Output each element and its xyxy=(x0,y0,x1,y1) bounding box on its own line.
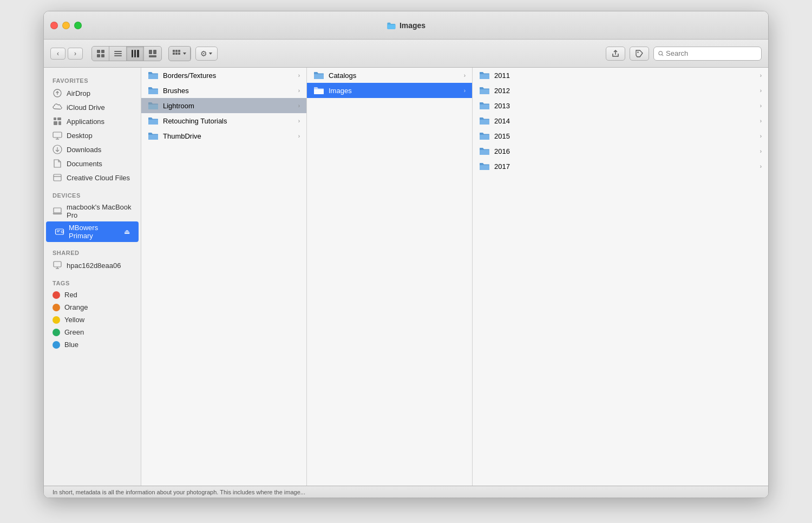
list-item[interactable]: Retouching Tutorials › xyxy=(141,113,306,128)
folder-icon xyxy=(479,71,490,80)
chevron-icon: › xyxy=(760,88,762,94)
cover-flow-button[interactable] xyxy=(144,47,161,61)
item-name: 2017 xyxy=(494,162,756,171)
item-name: 2012 xyxy=(494,87,756,95)
tag-green-label: Green xyxy=(64,328,84,336)
airdrop-label: AirDrop xyxy=(67,89,90,97)
grid-view-button[interactable] xyxy=(169,47,191,61)
share-button[interactable] xyxy=(606,47,625,61)
action-button[interactable]: ⚙ xyxy=(195,47,218,61)
item-name: ThumbDrive xyxy=(163,132,294,140)
list-item[interactable]: ThumbDrive › xyxy=(141,128,306,143)
list-view-button[interactable] xyxy=(109,47,127,61)
forward-icon: › xyxy=(74,50,76,57)
eject-icon[interactable]: ⏏ xyxy=(124,228,130,236)
list-item[interactable]: 2016 › xyxy=(473,143,768,159)
sidebar-item-macbook[interactable]: macbook's MacBook Pro xyxy=(44,201,141,221)
list-item[interactable]: Brushes › xyxy=(141,83,306,98)
sidebar-item-tag-green[interactable]: Green xyxy=(44,326,141,338)
gear-icon: ⚙ xyxy=(200,49,207,58)
svg-rect-11 xyxy=(153,50,156,54)
sidebar-item-tag-blue[interactable]: Blue xyxy=(44,338,141,351)
desktop-label: Desktop xyxy=(67,132,93,140)
svg-rect-13 xyxy=(173,50,175,52)
chevron-icon: › xyxy=(298,73,300,79)
list-item[interactable]: Lightroom › xyxy=(141,98,306,113)
tag-orange-label: Orange xyxy=(64,303,88,311)
search-input[interactable] xyxy=(666,49,757,57)
favorites-section-header: Favorites xyxy=(44,74,141,86)
sidebar-item-documents[interactable]: Documents xyxy=(44,156,141,171)
item-name: Images xyxy=(329,87,460,95)
svg-point-37 xyxy=(61,231,63,233)
svg-rect-14 xyxy=(175,50,178,52)
mbowers-label: MBowers Primary xyxy=(69,224,120,240)
maximize-button[interactable] xyxy=(74,22,82,29)
svg-rect-2 xyxy=(97,54,100,57)
documents-icon xyxy=(53,159,62,168)
column-view-button[interactable] xyxy=(127,47,144,61)
tags-section-header: Tags xyxy=(44,277,141,289)
svg-rect-18 xyxy=(178,53,180,55)
sidebar-item-tag-red[interactable]: Red xyxy=(44,289,141,301)
list-item[interactable]: 2011 › xyxy=(473,68,768,83)
search-box[interactable] xyxy=(653,47,762,61)
devices-section-header: Devices xyxy=(44,189,141,201)
tag-yellow-label: Yellow xyxy=(64,316,84,324)
svg-rect-10 xyxy=(149,50,152,54)
close-button[interactable] xyxy=(50,22,58,29)
finder-window: Images ‹ › xyxy=(43,11,769,498)
list-item[interactable]: Borders/Textures › xyxy=(141,68,306,83)
svg-rect-28 xyxy=(58,121,61,125)
item-name: 2013 xyxy=(494,102,756,110)
list-item[interactable]: 2017 › xyxy=(473,159,768,174)
toolbar: ‹ › xyxy=(44,40,768,68)
svg-point-21 xyxy=(637,51,638,53)
list-item[interactable]: Catalogs › xyxy=(307,68,472,83)
item-name: 2016 xyxy=(494,147,756,155)
list-item[interactable]: 2014 › xyxy=(473,113,768,128)
back-button[interactable]: ‹ xyxy=(50,48,66,60)
sidebar-item-tag-yellow[interactable]: Yellow xyxy=(44,313,141,326)
svg-rect-29 xyxy=(53,132,62,138)
sidebar-item-downloads[interactable]: Downloads xyxy=(44,142,141,156)
chevron-icon: › xyxy=(298,88,300,94)
svg-rect-26 xyxy=(57,117,61,120)
list-item[interactable]: 2012 › xyxy=(473,83,768,98)
sidebar-item-creative-cloud[interactable]: Creative Cloud Files xyxy=(44,171,141,185)
column-1: Borders/Textures › Brushes › xyxy=(141,68,307,486)
chevron-icon: › xyxy=(464,73,466,79)
item-name: Borders/Textures xyxy=(163,71,294,80)
sidebar-item-tag-orange[interactable]: Orange xyxy=(44,301,141,313)
list-item[interactable]: Images › xyxy=(307,83,472,98)
svg-rect-1 xyxy=(101,50,104,53)
svg-rect-40 xyxy=(54,262,61,267)
folder-icon xyxy=(313,71,324,80)
folder-icon xyxy=(148,86,159,95)
folder-icon xyxy=(479,132,490,140)
list-item[interactable]: 2013 › xyxy=(473,98,768,113)
item-name: Lightroom xyxy=(163,102,294,110)
sidebar-item-applications[interactable]: Applications xyxy=(44,114,141,128)
folder-icon xyxy=(148,101,159,110)
applications-icon xyxy=(53,116,62,126)
list-item[interactable]: 2015 › xyxy=(473,128,768,143)
item-name: 2011 xyxy=(494,71,756,80)
list-view-icon xyxy=(114,49,122,58)
forward-button[interactable]: › xyxy=(68,48,83,60)
sidebar-item-mbowers[interactable]: MBowers Primary ⏏ xyxy=(46,221,139,242)
sidebar-item-icloud[interactable]: iCloud Drive xyxy=(44,100,141,114)
cover-flow-icon xyxy=(148,49,157,58)
sidebar: Favorites AirDrop iCloud Drive xyxy=(44,68,141,486)
icon-view-button[interactable] xyxy=(92,47,109,61)
window-title: Images xyxy=(400,21,425,30)
minimize-button[interactable] xyxy=(62,22,70,29)
sidebar-item-hpac[interactable]: hpac162d8eaa06 xyxy=(44,258,141,272)
sidebar-item-airdrop[interactable]: AirDrop xyxy=(44,86,141,100)
creative-cloud-label: Creative Cloud Files xyxy=(67,174,130,182)
svg-rect-7 xyxy=(132,50,133,57)
status-bar: In short, metadata is all the informatio… xyxy=(44,486,768,498)
tag-button[interactable] xyxy=(630,47,649,61)
status-text: In short, metadata is all the informatio… xyxy=(53,489,305,495)
sidebar-item-desktop[interactable]: Desktop xyxy=(44,128,141,142)
